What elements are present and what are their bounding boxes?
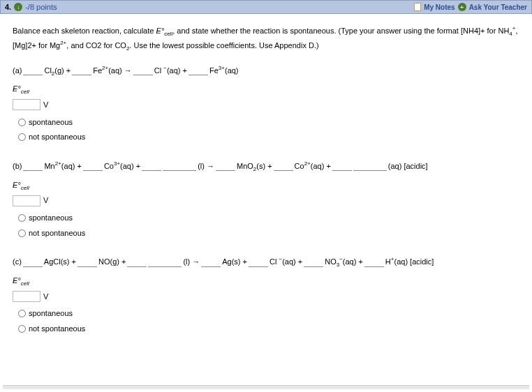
coef-input-b1[interactable] [23, 161, 43, 171]
instr-e: E° [156, 27, 164, 35]
phase-b6: (aq) [acidic] [388, 160, 428, 173]
sub4: 4 [509, 31, 512, 37]
coef-input-b6[interactable] [332, 161, 352, 171]
species-b5: Co2+(aq) + [295, 159, 331, 172]
radio-a2[interactable] [18, 133, 26, 141]
radio-b1-label: spontaneous [29, 211, 73, 225]
question-number: 4. [5, 3, 11, 11]
ecell-label-a: E°cell [13, 82, 519, 97]
species-c2: NO(g) + [98, 255, 126, 269]
species-b2: Co3+(aq) + [104, 159, 140, 172]
species-a4: Fe3+(aq) [209, 63, 239, 77]
bottom-bar [3, 385, 529, 389]
coef-input-c4[interactable] [201, 257, 221, 267]
part-a-equation: (a) Cl2(g) + Fe2+(aq) → Cl −(aq) + Fe3+(… [13, 63, 519, 78]
part-b-equation: (b) Mn2+(aq) + Co3+(aq) + (l) → MnO2(s) … [13, 159, 519, 174]
part-b-label: (b) [13, 160, 22, 173]
radio-b-notspont: not spontaneous [18, 227, 519, 240]
my-notes-link[interactable]: My Notes [424, 3, 455, 11]
coef-input-b5[interactable] [274, 161, 293, 171]
species-input-b3[interactable] [163, 161, 196, 171]
radio-c2[interactable] [18, 325, 26, 333]
part-c: (c) AgCl(s) + NO(g) + (l) → Ag(s) + Cl −… [13, 255, 519, 335]
radio-a-notspont: not spontaneous [18, 130, 519, 144]
coef-input-c2[interactable] [77, 257, 97, 267]
voltage-input-c[interactable] [13, 291, 40, 302]
coef-input-a1[interactable] [23, 66, 43, 75]
species-b1: Mn2+(aq) + [44, 159, 81, 172]
voltage-line-b: V [13, 194, 519, 207]
species-c1: AgCl(s) + [44, 255, 76, 269]
instr-t1: Balance each skeleton reaction, calculat… [13, 27, 156, 35]
coef-input-b3[interactable] [142, 161, 161, 171]
phase-c3: (l) → [183, 255, 200, 269]
species-a3: Cl −(aq) + [154, 63, 187, 77]
plus-icon: + [458, 3, 466, 11]
radio-c-notspont: not spontaneous [18, 322, 519, 336]
phase-b3: (l) → [198, 160, 214, 173]
coef-input-a3[interactable] [133, 66, 153, 75]
coef-input-b2[interactable] [83, 161, 103, 171]
radio-c2-label: not spontaneous [29, 322, 85, 336]
radio-c1[interactable] [18, 310, 26, 317]
voltage-line-c: V [13, 290, 519, 303]
instr-t4: , and CO2 for CO [66, 41, 126, 50]
coef-input-a2[interactable] [72, 66, 91, 75]
ecell-label-b: E°cell [13, 179, 519, 193]
species-input-c3[interactable] [148, 257, 182, 267]
species-c4: Ag(s) + [222, 255, 247, 269]
question-header: 4. ↓ -/8 points My Notes + Ask Your Teac… [0, 0, 532, 14]
instr-t2: , and state whether the reaction is spon… [172, 27, 509, 35]
notes-icon [414, 3, 421, 11]
coef-input-c6[interactable] [304, 257, 323, 267]
radio-c1-label: spontaneous [29, 307, 73, 320]
species-b4: MnO2(s) + [237, 160, 272, 174]
species-c5: Cl −(aq) + [269, 255, 302, 268]
coef-input-b4[interactable] [216, 161, 235, 171]
species-c6: NO3−(aq) + [325, 255, 363, 269]
coef-input-c7[interactable] [364, 257, 384, 267]
unit-v-c: V [43, 290, 48, 303]
part-a: (a) Cl2(g) + Fe2+(aq) → Cl −(aq) + Fe3+(… [13, 63, 519, 144]
instr-esub: cell [164, 31, 172, 37]
sup2p: 2+ [60, 40, 66, 46]
header-left: 4. ↓ -/8 points [5, 3, 57, 11]
points-label: -/8 points [25, 3, 57, 11]
species-input-b6[interactable] [353, 161, 387, 171]
radio-a-spont: spontaneous [18, 116, 519, 129]
radio-b-spont: spontaneous [18, 211, 519, 225]
part-c-label: (c) [13, 255, 22, 269]
radio-a1[interactable] [18, 119, 26, 126]
unit-v-a: V [43, 98, 48, 112]
radio-a1-label: spontaneous [29, 116, 73, 129]
voltage-line-a: V [13, 98, 519, 112]
coef-input-c5[interactable] [249, 257, 268, 267]
part-a-label: (a) [13, 64, 22, 77]
voltage-input-b[interactable] [13, 195, 40, 206]
instr-t5: . Use the lowest possible coefficients. … [129, 41, 318, 50]
radio-a2-label: not spontaneous [29, 130, 85, 144]
radio-c-spont: spontaneous [18, 307, 519, 320]
voltage-input-a[interactable] [13, 99, 40, 110]
radio-b2[interactable] [18, 229, 26, 237]
status-icon: ↓ [14, 3, 22, 11]
species-c7: H+(aq) [acidic] [385, 255, 434, 268]
coef-input-a4[interactable] [189, 66, 208, 75]
part-b: (b) Mn2+(aq) + Co3+(aq) + (l) → MnO2(s) … [13, 159, 519, 239]
radio-b2-label: not spontaneous [29, 227, 85, 240]
coef-input-c1[interactable] [23, 257, 43, 267]
species-a1: Cl2(g) + [44, 64, 71, 79]
content: Balance each skeleton reaction, calculat… [0, 14, 532, 361]
instruction-text: Balance each skeleton reaction, calculat… [13, 24, 519, 54]
header-right: My Notes + Ask Your Teacher [414, 3, 527, 11]
part-c-equation: (c) AgCl(s) + NO(g) + (l) → Ag(s) + Cl −… [13, 255, 519, 269]
ask-teacher-link[interactable]: Ask Your Teacher [469, 3, 527, 11]
coef-input-c3[interactable] [127, 257, 147, 267]
ecell-label-c: E°cell [13, 274, 519, 289]
unit-v-b: V [43, 194, 48, 207]
species-a2: Fe2+(aq) → [93, 63, 132, 77]
radio-b1[interactable] [18, 214, 26, 222]
